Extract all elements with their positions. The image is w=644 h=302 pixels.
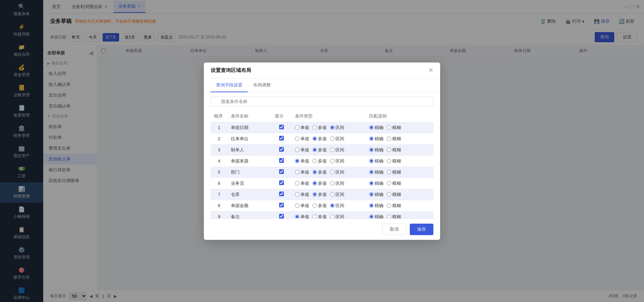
radio-input-type-多值-1[interactable]	[313, 125, 317, 130]
radio-input-match-模糊-8[interactable]	[387, 203, 391, 208]
match-radio-精确-6[interactable]: 精确	[369, 180, 383, 186]
radio-input-match-模糊-6[interactable]	[387, 181, 391, 185]
radio-input-type-多值-7[interactable]	[313, 192, 317, 197]
type-radio-多值-5[interactable]: 多值	[313, 169, 327, 175]
type-radio-多值-6[interactable]: 多值	[313, 180, 327, 186]
match-radio-模糊-9[interactable]: 模糊	[387, 214, 401, 219]
radio-input-type-多值-4[interactable]	[313, 159, 317, 163]
modal-tab-layout[interactable]: 布局调整	[248, 79, 276, 92]
display-checkbox-9[interactable]	[279, 214, 284, 219]
radio-input-type-单值-8[interactable]	[295, 203, 299, 208]
type-radio-单值-7[interactable]: 单值	[295, 192, 309, 198]
display-checkbox-3[interactable]	[279, 147, 284, 152]
type-radio-多值-4[interactable]: 多值	[313, 158, 327, 164]
type-radio-区间-2[interactable]: 区间	[330, 136, 344, 142]
radio-input-type-单值-5[interactable]	[295, 170, 299, 174]
modal-cell-display[interactable]	[271, 200, 292, 211]
match-radio-精确-5[interactable]: 精确	[369, 169, 383, 175]
radio-input-type-单值-6[interactable]	[295, 181, 299, 185]
type-radio-单值-8[interactable]: 单值	[295, 203, 309, 209]
type-radio-单值-4[interactable]: 单值	[295, 158, 309, 164]
match-radio-模糊-7[interactable]: 模糊	[387, 192, 401, 198]
radio-input-type-单值-7[interactable]	[295, 192, 299, 197]
radio-input-type-区间-6[interactable]	[330, 181, 334, 185]
modal-cell-display[interactable]	[271, 167, 292, 178]
radio-input-type-单值-1[interactable]	[295, 125, 299, 130]
type-radio-区间-7[interactable]: 区间	[330, 192, 344, 198]
display-checkbox-4[interactable]	[279, 158, 284, 163]
radio-input-type-区间-4[interactable]	[330, 159, 334, 163]
type-radio-区间-5[interactable]: 区间	[330, 169, 344, 175]
type-radio-区间-8[interactable]: 区间	[330, 203, 344, 209]
radio-input-match-模糊-1[interactable]	[387, 125, 391, 130]
type-radio-多值-1[interactable]: 多值	[313, 125, 327, 131]
radio-input-match-模糊-9[interactable]	[387, 215, 391, 219]
radio-input-match-模糊-4[interactable]	[387, 159, 391, 163]
match-radio-模糊-1[interactable]: 模糊	[387, 125, 401, 131]
type-radio-多值-7[interactable]: 多值	[313, 192, 327, 198]
type-radio-区间-9[interactable]: 区间	[330, 214, 344, 219]
type-radio-多值-8[interactable]: 多值	[313, 203, 327, 209]
type-radio-单值-3[interactable]: 单值	[295, 147, 309, 153]
modal-cell-display[interactable]	[271, 133, 292, 144]
display-checkbox-5[interactable]	[279, 169, 284, 174]
modal-cell-display[interactable]	[271, 211, 292, 219]
match-radio-精确-7[interactable]: 精确	[369, 192, 383, 198]
radio-input-match-精确-8[interactable]	[369, 203, 374, 208]
type-radio-区间-4[interactable]: 区间	[330, 158, 344, 164]
match-radio-模糊-6[interactable]: 模糊	[387, 180, 401, 186]
type-radio-单值-9[interactable]: 单值	[295, 214, 309, 219]
radio-input-match-模糊-7[interactable]	[387, 192, 391, 197]
radio-input-type-单值-9[interactable]	[295, 215, 299, 219]
radio-input-type-区间-3[interactable]	[330, 148, 334, 152]
match-radio-模糊-5[interactable]: 模糊	[387, 169, 401, 175]
type-radio-单值-5[interactable]: 单值	[295, 169, 309, 175]
display-checkbox-6[interactable]	[279, 180, 284, 185]
modal-cell-display[interactable]	[271, 122, 292, 133]
radio-input-match-精确-9[interactable]	[369, 215, 374, 219]
match-radio-模糊-4[interactable]: 模糊	[387, 158, 401, 164]
match-radio-精确-1[interactable]: 精确	[369, 125, 383, 131]
radio-input-match-模糊-2[interactable]	[387, 136, 391, 141]
radio-input-type-区间-7[interactable]	[330, 192, 334, 197]
modal-close-button[interactable]: ✕	[428, 67, 433, 73]
radio-input-type-多值-5[interactable]	[313, 170, 317, 174]
radio-input-match-精确-5[interactable]	[369, 170, 374, 174]
match-radio-精确-9[interactable]: 精确	[369, 214, 383, 219]
type-radio-单值-6[interactable]: 单值	[295, 180, 309, 186]
radio-input-type-多值-9[interactable]	[313, 215, 317, 219]
match-radio-精确-4[interactable]: 精确	[369, 158, 383, 164]
radio-input-type-单值-4[interactable]	[295, 159, 299, 163]
radio-input-match-精确-3[interactable]	[369, 148, 374, 152]
type-radio-多值-2[interactable]: 多值	[313, 136, 327, 142]
radio-input-type-单值-2[interactable]	[295, 136, 299, 141]
type-radio-区间-3[interactable]: 区间	[330, 147, 344, 153]
radio-input-match-精确-4[interactable]	[369, 159, 374, 163]
modal-cell-display[interactable]	[271, 144, 292, 155]
modal-tab-field-settings[interactable]: 查询字段设置	[211, 79, 248, 92]
display-checkbox-7[interactable]	[279, 192, 284, 196]
match-radio-模糊-8[interactable]: 模糊	[387, 203, 401, 209]
display-checkbox-2[interactable]	[279, 136, 284, 141]
radio-input-type-区间-9[interactable]	[330, 215, 334, 219]
radio-input-type-区间-8[interactable]	[330, 203, 334, 208]
radio-input-match-精确-7[interactable]	[369, 192, 374, 197]
modal-cell-display[interactable]	[271, 189, 292, 200]
radio-input-match-精确-1[interactable]	[369, 125, 374, 130]
radio-input-type-多值-2[interactable]	[313, 136, 317, 141]
match-radio-精确-8[interactable]: 精确	[369, 203, 383, 209]
radio-input-match-精确-6[interactable]	[369, 181, 374, 185]
type-radio-多值-3[interactable]: 多值	[313, 147, 327, 153]
display-checkbox-8[interactable]	[279, 203, 284, 207]
radio-input-type-区间-1[interactable]	[330, 125, 334, 130]
display-checkbox-1[interactable]	[279, 125, 284, 129]
type-radio-区间-6[interactable]: 区间	[330, 180, 344, 186]
radio-input-type-多值-6[interactable]	[313, 181, 317, 185]
modal-cancel-button[interactable]: 取消	[382, 224, 406, 235]
match-radio-模糊-3[interactable]: 模糊	[387, 147, 401, 153]
type-radio-多值-9[interactable]: 多值	[313, 214, 327, 219]
modal-cell-display[interactable]	[271, 155, 292, 167]
modal-save-button[interactable]: 保存	[410, 224, 433, 235]
modal-search-input[interactable]	[211, 97, 433, 106]
type-radio-区间-1[interactable]: 区间	[330, 125, 344, 131]
